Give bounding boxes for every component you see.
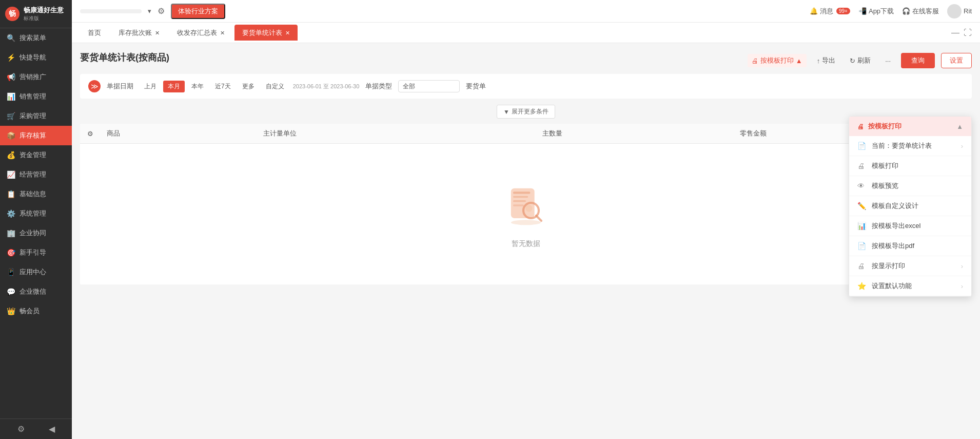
messages-btn[interactable]: 🔔 消息 99+ xyxy=(810,7,850,16)
sidebar-item-system[interactable]: ⚙️ 系统管理 xyxy=(0,204,72,223)
expand-more-btn[interactable]: ▼ 展开更多条件 xyxy=(497,105,555,119)
sidebar-item-member[interactable]: 👑 畅会员 xyxy=(0,301,72,321)
sidebar-item-guide[interactable]: 🎯 新手引导 xyxy=(0,243,72,262)
data-table: ⚙ 商品 主计量单位 主数量 零售金额 xyxy=(80,124,972,285)
template-print-icon: 🖨 xyxy=(857,162,867,170)
empty-text: 暂无数据 xyxy=(512,239,540,249)
table-container: ⚙ 商品 主计量单位 主数量 零售金额 xyxy=(80,124,972,285)
query-btn[interactable]: 查询 xyxy=(901,53,935,68)
toolbar-right: 🖨 按模板打印 ▲ ↑ 导出 ↻ 刷新 ··· 查询 设置 xyxy=(748,53,972,68)
chevron-down-icon: ▼ xyxy=(503,108,509,116)
sidebar-label-sales: 销售管理 xyxy=(19,92,46,101)
current-arrow-icon: › xyxy=(961,142,963,150)
date-btn-7days[interactable]: 近7天 xyxy=(210,81,236,92)
dropdown-item-template-print[interactable]: 🖨 模板打印 xyxy=(849,156,971,176)
minimize-icon[interactable]: — xyxy=(951,28,959,37)
sidebar-item-purchase[interactable]: 🛒 采购管理 xyxy=(0,106,72,126)
sidebar-label-enterprise: 企业协同 xyxy=(19,228,46,238)
tab-home[interactable]: 首页 xyxy=(80,25,109,41)
gear-icon: ⚙️ xyxy=(6,209,15,218)
tab-inventory-batch[interactable]: 库存批次账 ✕ xyxy=(111,25,167,41)
search-box[interactable] xyxy=(80,9,142,13)
settings-bottom-icon[interactable]: ⚙ xyxy=(17,424,25,434)
dropdown-arrow-icon[interactable]: ▾ xyxy=(148,7,151,15)
export-icon: ↑ xyxy=(817,57,820,65)
date-btn-more[interactable]: 更多 xyxy=(238,81,259,92)
sidebar-item-business[interactable]: 📈 经营管理 xyxy=(0,165,72,184)
search-icon: 🔍 xyxy=(6,34,15,42)
sidebar-item-inventory[interactable]: 📦 库存核算 xyxy=(0,126,72,145)
dropdown-item-template-design[interactable]: ✏️ 模板自定义设计 xyxy=(849,196,971,216)
tab-order-stats[interactable]: 要货单统计表 ✕ xyxy=(234,25,298,41)
sidebar-item-appstore[interactable]: 📱 应用中心 xyxy=(0,262,72,282)
date-btn-this-year[interactable]: 本年 xyxy=(187,81,208,92)
svg-rect-5 xyxy=(513,204,524,206)
sidebar-label-wechat: 企业微信 xyxy=(19,287,46,296)
dropdown-item-export-excel[interactable]: 📊 按模板导出excel xyxy=(849,216,971,236)
template-design-icon: ✏️ xyxy=(857,202,867,210)
app-version: 标准版 xyxy=(24,15,64,22)
sidebar-item-enterprise[interactable]: 🏢 企业协同 xyxy=(0,223,72,243)
order-type-label: 单据类型 xyxy=(365,82,392,91)
close-order-stats-icon[interactable]: ✕ xyxy=(285,30,290,36)
sidebar-label-marketing: 营销推广 xyxy=(19,72,46,82)
settings-btn[interactable]: 设置 xyxy=(941,53,972,68)
svg-rect-3 xyxy=(513,196,528,198)
tab-bar-controls: — ⛶ xyxy=(951,28,972,37)
refresh-btn[interactable]: ↻ 刷新 xyxy=(846,54,875,67)
app-download-btn[interactable]: 📲 App下载 xyxy=(858,7,894,16)
svg-point-0 xyxy=(511,220,541,225)
sidebar-item-wechat[interactable]: 💬 企业微信 xyxy=(0,282,72,301)
dropdown-item-set-default[interactable]: ⭐ 设置默认功能 › xyxy=(849,276,971,296)
sidebar-nav: 🔍 搜索菜单 ⚡ 快捷导航 📢 营销推广 📊 销售管理 🛒 采购管理 📦 库存核… xyxy=(0,28,72,418)
app-name: 畅康通好生意 xyxy=(24,6,64,15)
date-btn-last-month[interactable]: 上月 xyxy=(140,81,161,92)
sidebar-item-quick-nav[interactable]: ⚡ 快捷导航 xyxy=(0,48,72,67)
template-print-label: 模板打印 xyxy=(872,161,898,170)
refresh-label: 刷新 xyxy=(857,56,871,65)
sidebar-item-finance[interactable]: 💰 资金管理 xyxy=(0,145,72,165)
col-unit: 主计量单位 xyxy=(257,124,536,144)
export-btn[interactable]: ↑ 导出 xyxy=(813,54,840,67)
sidebar-item-marketing[interactable]: 📢 营销推广 xyxy=(0,67,72,87)
filter-toggle-btn[interactable]: ≫ xyxy=(88,80,101,92)
toggle-sidebar-icon[interactable]: ◀ xyxy=(49,424,55,434)
online-service-btn[interactable]: 🎧 在线客服 xyxy=(902,7,939,16)
app-download-label: App下载 xyxy=(869,7,894,16)
dropdown-item-export-pdf[interactable]: 📄 按模板导出pdf xyxy=(849,236,971,256)
inventory-batch-label: 库存批次账 xyxy=(119,28,152,37)
dropdown-header: 🖨 按模板打印 ▲ xyxy=(849,117,971,136)
sidebar-label-basic: 基础信息 xyxy=(19,189,46,199)
phone-download-icon: 📲 xyxy=(858,7,867,15)
dropdown-item-display-print[interactable]: 🖨 按显示打印 › xyxy=(849,256,971,276)
dropdown-close-btn[interactable]: ▲ xyxy=(956,123,963,130)
top-bar: ▾ ⚙ 体验行业方案 🔔 消息 99+ 📲 App下载 🎧 在线客服 Rit xyxy=(72,0,980,23)
maximize-icon[interactable]: ⛶ xyxy=(964,28,972,37)
sidebar-label-purchase: 采购管理 xyxy=(19,111,46,121)
date-btn-custom[interactable]: 自定义 xyxy=(261,81,289,92)
trending-icon: 📈 xyxy=(6,170,15,179)
template-preview-label: 模板预览 xyxy=(872,181,898,190)
close-receipt-summary-icon[interactable]: ✕ xyxy=(220,30,225,36)
tab-receipt-summary[interactable]: 收发存汇总表 ✕ xyxy=(169,25,232,41)
close-inventory-batch-icon[interactable]: ✕ xyxy=(155,30,160,36)
dropdown-item-template-preview[interactable]: 👁 模板预览 xyxy=(849,176,971,196)
trial-btn[interactable]: 体验行业方案 xyxy=(171,4,225,19)
date-btn-this-month[interactable]: 本月 xyxy=(163,81,185,92)
set-default-icon: ⭐ xyxy=(857,282,867,290)
empty-state: 暂无数据 xyxy=(86,149,966,279)
sidebar-item-search[interactable]: 🔍 搜索菜单 xyxy=(0,28,72,48)
user-avatar-area[interactable]: Rit xyxy=(947,4,972,18)
dropdown-item-current[interactable]: 📄 当前：要货单统计表 › xyxy=(849,136,971,156)
sidebar-item-basic[interactable]: 📋 基础信息 xyxy=(0,184,72,204)
topbar-gear-icon[interactable]: ⚙ xyxy=(158,6,165,16)
template-preview-icon: 👁 xyxy=(857,182,867,190)
col-settings[interactable]: ⚙ xyxy=(80,124,101,144)
more-options-icon[interactable]: ··· xyxy=(881,55,895,67)
order-type-select[interactable]: 全部 要货单 xyxy=(398,80,460,92)
sidebar-item-sales[interactable]: 📊 销售管理 xyxy=(0,87,72,106)
user-name: Rit xyxy=(964,7,972,15)
print-template-btn[interactable]: 🖨 按模板打印 ▲ xyxy=(748,54,807,67)
svg-rect-2 xyxy=(513,192,530,194)
sidebar-label-guide: 新手引导 xyxy=(19,248,46,257)
